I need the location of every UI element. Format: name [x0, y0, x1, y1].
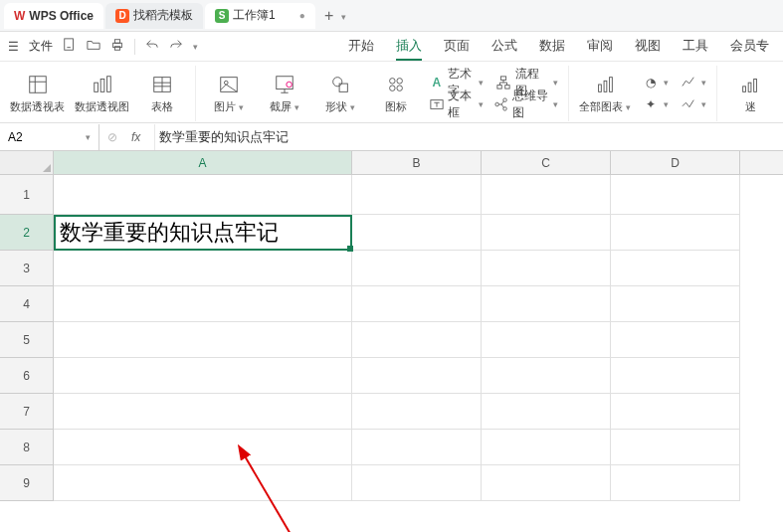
name-box[interactable]: ▾	[0, 124, 99, 150]
cell[interactable]	[611, 430, 740, 465]
ribbon-tab-start[interactable]: 开始	[348, 33, 374, 61]
tab-wps-office[interactable]: W WPS Office	[4, 3, 103, 29]
file-menu[interactable]: 文件	[29, 38, 53, 55]
cell[interactable]	[611, 251, 740, 286]
redo-icon[interactable]	[169, 38, 183, 55]
pivot-chart-button[interactable]: 数据透视图	[75, 66, 129, 121]
cell[interactable]	[482, 465, 611, 501]
cell[interactable]	[611, 175, 740, 215]
sparkline-line-button[interactable]: ▾	[679, 73, 706, 92]
cell[interactable]	[54, 465, 352, 501]
qat-more-icon[interactable]: ▾	[193, 42, 198, 52]
cell[interactable]	[611, 322, 740, 358]
cell[interactable]	[54, 175, 352, 215]
cell[interactable]	[482, 286, 611, 322]
cell[interactable]	[611, 286, 740, 322]
cell[interactable]	[54, 286, 352, 322]
col-header-C[interactable]: C	[482, 151, 611, 174]
cancel-formula-icon[interactable]: ⊘	[107, 130, 117, 144]
cell[interactable]	[482, 430, 611, 465]
shape-button[interactable]: 形状 ▾	[317, 66, 363, 121]
cell[interactable]	[611, 215, 740, 251]
cell[interactable]	[54, 322, 352, 358]
cell[interactable]	[352, 394, 482, 430]
more-tabs-button[interactable]: ▾	[341, 9, 346, 23]
ribbon-tab-member[interactable]: 会员专	[730, 33, 769, 61]
tab-label: WPS Office	[29, 9, 94, 23]
cell[interactable]	[611, 394, 740, 430]
screenshot-button[interactable]: 截屏 ▾	[262, 66, 307, 121]
ribbon-tab-tools[interactable]: 工具	[683, 33, 708, 61]
col-header-D[interactable]: D	[611, 151, 740, 174]
svg-rect-6	[100, 80, 104, 92]
textbox-button[interactable]: 文本框 ▾	[429, 94, 484, 114]
icon-button[interactable]: 图标	[373, 66, 419, 121]
ribbon-tab-insert[interactable]: 插入	[396, 33, 422, 61]
tab-template[interactable]: D 找稻壳模板	[105, 3, 203, 29]
ribbon-tab-view[interactable]: 视图	[635, 33, 661, 61]
picture-button[interactable]: 图片 ▾	[206, 66, 252, 121]
cell[interactable]	[482, 322, 611, 358]
fx-label[interactable]: fx	[125, 130, 146, 144]
template-logo-icon: D	[115, 9, 129, 23]
all-charts-button[interactable]: 全部图表 ▾	[579, 66, 631, 121]
ribbon-tab-review[interactable]: 审阅	[587, 33, 613, 61]
sparkline-group[interactable]: 迷	[727, 66, 773, 121]
row-header-1[interactable]: 1	[0, 175, 54, 215]
cell[interactable]	[54, 358, 352, 394]
row-header-2[interactable]: 2	[0, 215, 54, 251]
row-header-4[interactable]: 4	[0, 286, 54, 322]
cell[interactable]	[482, 358, 611, 394]
add-tab-button[interactable]: +	[317, 7, 341, 25]
mindmap-button[interactable]: 思维导图 ▾	[493, 94, 558, 114]
cell[interactable]	[54, 394, 352, 430]
cell[interactable]	[352, 465, 482, 501]
cell[interactable]	[482, 394, 611, 430]
shape-icon	[328, 73, 352, 96]
row-header-5[interactable]: 5	[0, 322, 54, 358]
cell[interactable]	[352, 251, 482, 286]
cell[interactable]	[482, 175, 611, 215]
print-icon[interactable]	[110, 38, 124, 55]
new-icon[interactable]	[63, 38, 77, 55]
picture-icon	[217, 73, 241, 96]
cell[interactable]	[352, 215, 482, 251]
row-header-6[interactable]: 6	[0, 358, 54, 394]
col-header-A[interactable]: A	[54, 151, 352, 174]
hamburger-icon[interactable]: ☰	[8, 40, 19, 54]
cell[interactable]	[611, 465, 740, 501]
chart-type-1-button[interactable]: ◔▾	[641, 73, 669, 92]
name-box-input[interactable]	[8, 130, 68, 144]
cell[interactable]	[482, 215, 611, 251]
cell[interactable]	[352, 430, 482, 465]
fill-handle[interactable]	[347, 246, 353, 252]
tab-workbook[interactable]: S 工作簿1 ●	[205, 3, 315, 29]
table-button[interactable]: 表格	[139, 66, 185, 121]
chart-type-2-button[interactable]: ✦▾	[641, 94, 669, 114]
open-icon[interactable]	[87, 38, 100, 55]
cell[interactable]	[352, 322, 482, 358]
cell[interactable]	[611, 358, 740, 394]
col-header-B[interactable]: B	[352, 151, 482, 174]
ribbon-tab-formula[interactable]: 公式	[491, 33, 517, 61]
cell[interactable]	[352, 286, 482, 322]
select-all-corner[interactable]	[0, 151, 54, 174]
row-header-9[interactable]: 9	[0, 465, 54, 501]
name-box-dropdown-icon[interactable]: ▾	[86, 132, 91, 142]
svg-point-23	[495, 102, 499, 106]
cell[interactable]	[352, 358, 482, 394]
cell[interactable]	[54, 251, 352, 286]
ribbon-tab-page[interactable]: 页面	[444, 33, 470, 61]
row-header-8[interactable]: 8	[0, 430, 54, 465]
formula-input[interactable]	[154, 124, 783, 150]
row-header-7[interactable]: 7	[0, 394, 54, 430]
ribbon-tab-data[interactable]: 数据	[539, 33, 565, 61]
undo-icon[interactable]	[145, 38, 159, 55]
cell[interactable]	[54, 430, 352, 465]
sparkline-line2-button[interactable]: ▾	[679, 94, 706, 114]
row-header-3[interactable]: 3	[0, 251, 54, 286]
cell[interactable]	[482, 251, 611, 286]
cell[interactable]	[352, 175, 482, 215]
active-cell[interactable]: 数学重要的知识点牢记	[54, 215, 352, 251]
pivot-table-button[interactable]: 数据透视表	[10, 66, 65, 121]
